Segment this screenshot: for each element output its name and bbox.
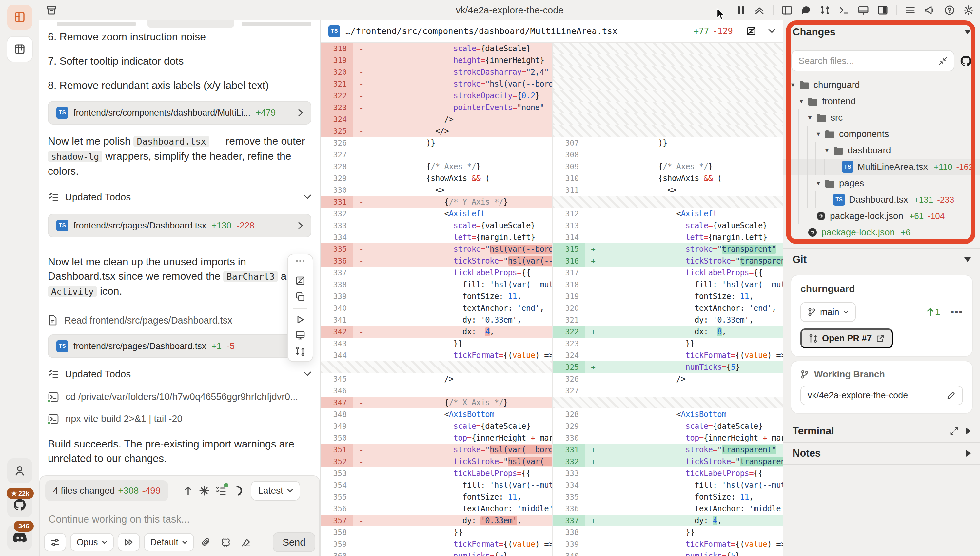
expand-chip-chevron[interactable] <box>298 109 303 116</box>
fast-forward-button[interactable] <box>118 533 140 551</box>
mode-dropdown[interactable]: Default <box>144 533 194 551</box>
repo-more-icon[interactable]: ••• <box>951 307 963 318</box>
attach-icon[interactable] <box>198 537 214 547</box>
display-icon[interactable] <box>857 5 869 15</box>
menu-icon[interactable] <box>905 5 916 15</box>
updated-todos-toggle[interactable]: Updated Todos <box>48 191 312 203</box>
diff-row[interactable]: 326 )}307 )} <box>321 137 783 149</box>
diff-row[interactable]: 360 numTicks={5}340 numTicks={5} <box>321 550 783 556</box>
diff-row[interactable]: 341 dy: '0.33em',321 dy: '0.33em', <box>321 314 783 326</box>
edit-pencil-icon[interactable] <box>946 391 956 400</box>
tree-file-Dashboard.tsx[interactable]: TSDashboard.tsx+131-233 <box>783 191 980 208</box>
file-change-chip[interactable]: TSfrontend/src/pages/Dashboard.tsx+130-2… <box>48 214 312 238</box>
diff-row[interactable]: 334 left={margin.left}314 left={margin.l… <box>321 231 783 243</box>
diff-row[interactable]: 324- /> <box>321 113 783 125</box>
diff-row[interactable]: 329 {showAxis && (310 {showAxis && ( <box>321 173 783 184</box>
message-input[interactable]: Continue working on this task... <box>40 506 319 532</box>
rail-item-board[interactable] <box>7 37 32 61</box>
todos-icon[interactable] <box>215 485 226 496</box>
diff-row[interactable]: 339 fontSize: 11,319 fontSize: 11, <box>321 291 783 302</box>
diff-row[interactable]: 344 tickFormat={(value) =>324 tickFormat… <box>321 349 783 361</box>
diff-row[interactable]: 319- height={innerHeight} <box>321 55 783 66</box>
git-section-header[interactable]: Git <box>783 249 980 270</box>
monitor-icon[interactable] <box>295 330 305 340</box>
rail-item-account[interactable] <box>7 458 32 483</box>
help-icon[interactable] <box>944 5 955 16</box>
run-icon[interactable] <box>295 315 305 325</box>
diff-row[interactable]: 343 }}323 }} <box>321 338 783 349</box>
diff-row[interactable]: 351- stroke="hsl(var(--border))"331+ str… <box>321 444 783 456</box>
file-change-chip[interactable]: TSfrontend/src/components/dashboard/Mult… <box>48 101 312 124</box>
diff-row[interactable]: 358 }}338 }} <box>321 527 783 538</box>
tree-folder-components[interactable]: ▼components <box>783 126 980 142</box>
open-pr-button[interactable]: Open PR #7 <box>801 328 893 348</box>
diff-row[interactable]: 345 />326 /> <box>321 373 783 385</box>
diff-row[interactable]: 332 <AxisLeft312 <AxisLeft <box>321 208 783 220</box>
diff-row[interactable]: 331- {/* Y Axis */} <box>321 196 783 208</box>
diff-row[interactable]: 354 fill: 'hsl(var(--muted-fg'334 fill: … <box>321 479 783 491</box>
github-icon[interactable] <box>218 538 234 547</box>
files-changed-pill[interactable]: 4 files changed +308 -499 <box>45 480 168 501</box>
chat-scroll-area[interactable]: 6. Remove zoom instruction noise7. Softe… <box>39 20 320 475</box>
pause-icon[interactable] <box>736 5 746 15</box>
latest-dropdown[interactable]: Latest <box>251 481 300 501</box>
diff-row[interactable]: 350 top={innerHeight + margin.top}330 to… <box>321 432 783 444</box>
diff-row[interactable]: 342- dx: -4,322+ dx: -8, <box>321 326 783 338</box>
diff-row[interactable]: 338 fill: 'hsl(var(--muted-fg'318 fill: … <box>321 279 783 291</box>
tree-file-MultiLineArea.tsx[interactable]: TSMultiLineArea.tsx+110-162 <box>783 159 980 175</box>
send-button[interactable]: Send <box>273 532 315 552</box>
diff-row[interactable]: 327308 <box>321 149 783 161</box>
expand-chip-chevron[interactable] <box>298 222 303 229</box>
file-change-chip[interactable]: TSfrontend/src/pages/Dashboard.tsx+1-5 <box>48 335 312 358</box>
working-branch-input[interactable]: vk/4e2a-explore-the-code <box>801 386 963 405</box>
read-file-row[interactable]: Read frontend/src/pages/Dashboard.tsx <box>48 315 312 326</box>
diff-row[interactable]: 335- stroke="hsl(var(--border))"315+ str… <box>321 243 783 255</box>
chevron-down-icon[interactable] <box>304 372 312 377</box>
diff-row[interactable]: 321- stroke="hsl(var(--border))" <box>321 78 783 90</box>
folder-chevron-icon[interactable]: ▼ <box>824 147 833 154</box>
diff-row[interactable]: 336- tickStroke="hsl(var(--border316+ ti… <box>321 255 783 267</box>
diff-row[interactable]: 325- </> <box>321 125 783 137</box>
tree-file-package-lock.json[interactable]: package-lock.json+61-104 <box>783 208 980 224</box>
diff-row[interactable]: 349 scale={dateScale}329 scale={dateScal… <box>321 420 783 432</box>
diff-row[interactable]: 323- pointerEvents="none" <box>321 102 783 113</box>
expand-right-triangle-icon[interactable] <box>966 428 971 435</box>
terminal-command-row[interactable]: cd /private/var/folders/10/h7w0q46556ggr… <box>48 391 312 402</box>
folder-chevron-icon[interactable]: ▼ <box>815 180 825 187</box>
tree-folder-dashboard[interactable]: ▼dashboard <box>783 142 980 159</box>
tree-folder-frontend[interactable]: ▼frontend <box>783 93 980 110</box>
diff-row[interactable]: 330 <>311 <> <box>321 184 783 196</box>
tree-file-package-lock.json[interactable]: package-lock.json+6 <box>783 224 980 241</box>
diff-content[interactable]: 318- scale={dateScale}319- height={inner… <box>321 43 783 556</box>
settings-gear-icon[interactable] <box>963 5 974 16</box>
rail-item-layout-active[interactable] <box>7 5 32 29</box>
diff-row[interactable]: 359 tickFormat={(value) =>339 tickFormat… <box>321 538 783 550</box>
settings-sliders-button[interactable] <box>44 533 66 551</box>
collapse-triangle-icon[interactable] <box>964 30 971 34</box>
left-panel-icon[interactable] <box>781 5 793 15</box>
diff-row[interactable]: 318- scale={dateScale} <box>321 43 783 55</box>
diff-view-icon[interactable] <box>746 26 756 36</box>
notes-section-header[interactable]: Notes <box>783 443 980 464</box>
chevron-down-icon[interactable] <box>304 194 312 200</box>
expand-icon[interactable] <box>950 427 958 435</box>
git-diff-icon[interactable] <box>819 5 831 15</box>
git-compare-icon[interactable] <box>295 346 305 357</box>
megaphone-icon[interactable] <box>923 5 936 15</box>
diff-row[interactable]: 355 fontSize: 11,335 fontSize: 11, <box>321 491 783 503</box>
search-files-input[interactable]: Search files... <box>791 50 954 71</box>
folder-chevron-icon[interactable]: ▼ <box>798 98 807 105</box>
more-options-icon[interactable] <box>295 259 305 263</box>
diff-row[interactable]: 320- strokeDasharray="2,4" <box>321 66 783 78</box>
expand-right-triangle-icon[interactable] <box>966 450 971 457</box>
copy-icon[interactable] <box>295 292 305 302</box>
collapse-tree-icon[interactable] <box>939 57 947 65</box>
diff-row[interactable]: 333 scale={valueScale}313 scale={valueSc… <box>321 220 783 231</box>
changes-section-header[interactable]: Changes <box>783 20 980 39</box>
diff-row[interactable]: 352- tickStroke="hsl(var(--border332+ ti… <box>321 456 783 467</box>
tree-folder-src[interactable]: ▼src <box>783 110 980 126</box>
diff-row[interactable]: 348 <AxisBottom328 <AxisBottom <box>321 409 783 420</box>
github-octocat-icon[interactable] <box>960 55 972 67</box>
diff-row[interactable]: 357- dy: '0.33em',337+ dy: 4, <box>321 515 783 527</box>
spark-icon[interactable] <box>199 485 210 496</box>
